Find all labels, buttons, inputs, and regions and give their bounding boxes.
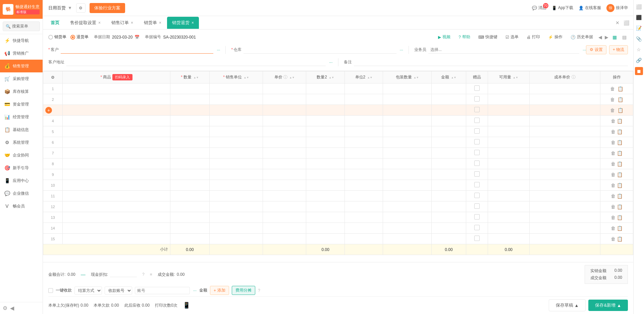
right-panel-collapse[interactable]: ⬛ (635, 13, 643, 21)
sidebar-item-basic[interactable]: 📋 基础信息 (0, 123, 43, 136)
account-select[interactable]: 收款账号 (105, 287, 132, 295)
tab-close-icon[interactable]: × (192, 20, 194, 25)
radio-return[interactable]: 退货单 (70, 34, 89, 40)
shortcut-action-button[interactable]: ⌨ 快捷键 (476, 33, 500, 41)
copy-row-icon[interactable]: 📋 (617, 150, 623, 156)
list-view-button[interactable]: ▤ (621, 34, 628, 41)
prev-history-button[interactable]: ◀ (598, 35, 602, 40)
warehouse-picker-button[interactable]: ··· (400, 48, 403, 52)
online-service-button[interactable]: 👤 在线客服 (579, 5, 601, 11)
copy-row-icon[interactable]: 📋 (617, 118, 623, 124)
address-picker-button[interactable]: ··· (329, 60, 332, 65)
help-action-button[interactable]: ? 帮助 (456, 33, 473, 41)
gift-checkbox[interactable] (474, 96, 480, 102)
gift-checkbox[interactable] (474, 139, 480, 144)
copy-row-icon[interactable]: 📋 (617, 236, 623, 242)
salesman-picker-button[interactable]: ··· (583, 48, 586, 52)
salesman-input[interactable] (428, 46, 579, 54)
delete-row-icon[interactable]: 🗑 (611, 172, 615, 177)
help-discount-icon[interactable]: ? (142, 272, 145, 277)
tab-sales-return[interactable]: 销货退货 × (167, 17, 199, 29)
copy-row-icon[interactable]: 📋 (618, 97, 623, 102)
gift-checkbox[interactable] (474, 214, 480, 219)
daily-selector[interactable]: 日用百货 ▼ (48, 5, 72, 11)
gift-checkbox[interactable] (474, 236, 480, 241)
unit-price-info-icon[interactable]: ⓘ (283, 75, 287, 79)
copy-row-icon[interactable]: 📋 (617, 183, 623, 188)
collapse-icon[interactable]: ◀ (10, 305, 14, 311)
settings-bottom-icon[interactable]: ⚙ (3, 305, 7, 311)
tab-sales-delivery[interactable]: 销货单 × (139, 17, 166, 29)
right-panel-attach[interactable]: 📎 (635, 35, 643, 43)
sales-unit-sort-icon[interactable]: ▲▼ (244, 76, 249, 79)
customer-input[interactable] (61, 46, 214, 54)
gift-checkbox[interactable] (474, 225, 480, 230)
copy-row-icon[interactable]: 📋 (617, 193, 623, 199)
copy-row-icon[interactable]: 📋 (617, 161, 623, 167)
right-panel-action[interactable]: ◼ (635, 67, 643, 75)
sidebar-item-purchase[interactable]: 🛒 采购管理 (0, 72, 43, 85)
gift-checkbox[interactable] (474, 193, 480, 198)
maximize-tab-button[interactable]: ⬜ (622, 19, 631, 26)
add-row-button[interactable]: + (45, 107, 52, 114)
delete-row-icon[interactable]: 🗑 (611, 118, 615, 124)
customer-picker-button[interactable]: ··· (217, 48, 220, 52)
grid-view-button[interactable]: ▦ (611, 34, 618, 41)
tab-price-setting[interactable]: 售价提取设置 × (65, 17, 106, 29)
search-menu-button[interactable]: 🔍 搜索菜单 (3, 21, 40, 31)
gift-checkbox[interactable] (474, 203, 480, 209)
right-panel-link[interactable]: 🔗 (635, 56, 643, 64)
print-action-button[interactable]: 🖨 打印 (524, 33, 543, 41)
gift-checkbox[interactable] (474, 150, 480, 155)
gift-checkbox[interactable] (474, 118, 480, 123)
save-new-button[interactable]: 保存&新增 ▲ (588, 300, 628, 311)
qty-sort-icon[interactable]: ▲▼ (194, 76, 199, 79)
account-input[interactable] (135, 287, 190, 294)
right-panel-expand[interactable]: ⬜ (635, 3, 643, 11)
th-settings[interactable]: ⚙ (43, 71, 63, 83)
tab-sales-order[interactable]: 销售订单 × (106, 17, 138, 29)
qty2-sort-icon[interactable]: ▲▼ (329, 76, 334, 79)
copy-row-icon[interactable]: 📋 (617, 129, 623, 134)
available-sort-icon[interactable]: ▲▼ (513, 76, 518, 79)
delete-row-icon[interactable]: 🗑 (611, 193, 615, 199)
unit2-sort-icon[interactable]: ▲▼ (367, 76, 373, 79)
sidebar-item-system[interactable]: ⚙ 系统管理 (0, 136, 43, 149)
cost-info-icon[interactable]: ⓘ (572, 75, 576, 79)
close-all-tab-button[interactable]: ✕ (614, 19, 621, 26)
sidebar-item-member[interactable]: V 畅会员 (0, 200, 43, 212)
delete-row-icon[interactable]: 🗑 (611, 140, 615, 145)
sidebar-item-apps[interactable]: 📱 应用中心 (0, 174, 43, 187)
operate-action-button[interactable]: ⚡ 操作 (545, 33, 565, 41)
sidebar-item-marketing[interactable]: 📢 营销推广 (0, 47, 43, 60)
user-menu[interactable]: 徐 徐泽华 (606, 4, 628, 12)
sidebar-item-operations[interactable]: 📊 经营管理 (0, 111, 43, 123)
copy-row-icon[interactable]: 📋 (617, 172, 623, 177)
address-input[interactable] (66, 58, 326, 66)
sidebar-item-shortcut[interactable]: ⚡ 快捷导航 (0, 34, 43, 47)
price-sort-icon[interactable]: ▲▼ (289, 76, 295, 79)
sidebar-item-enterprise[interactable]: 🤝 企业协同 (0, 149, 43, 162)
gift-checkbox[interactable] (474, 161, 480, 166)
tab-close-icon[interactable]: × (131, 20, 133, 25)
scan-button[interactable]: 扫码录入 (112, 74, 132, 80)
pack-sort-icon[interactable]: ▲▼ (414, 76, 419, 79)
one-click-checkbox[interactable] (48, 288, 53, 293)
sidebar-item-finance[interactable]: 💳 资金管理 (0, 98, 43, 111)
copy-row-icon[interactable]: 📋 (617, 226, 623, 231)
account-dots-button[interactable]: ··· (193, 288, 197, 293)
video-action-button[interactable]: ▶ 视频 (435, 33, 453, 41)
gift-checkbox[interactable] (474, 171, 480, 177)
add-payment-button[interactable]: + 添加 (210, 286, 229, 295)
fee-help-icon[interactable]: ? (258, 288, 260, 293)
delete-row-icon[interactable]: 🗑 (610, 97, 615, 102)
copy-row-icon[interactable]: 📋 (617, 140, 623, 145)
tab-home[interactable]: 首页 (46, 17, 64, 29)
delete-row-icon[interactable]: 🗑 (611, 161, 615, 167)
gift-checkbox[interactable] (474, 85, 480, 91)
remark-input[interactable] (354, 58, 628, 66)
sidebar-item-guide[interactable]: 🎯 新手引导 (0, 162, 43, 174)
history-action-button[interactable]: 🕐 历史单据 (568, 33, 596, 41)
product-input-active[interactable] (65, 108, 168, 113)
discount-input[interactable] (110, 272, 137, 277)
